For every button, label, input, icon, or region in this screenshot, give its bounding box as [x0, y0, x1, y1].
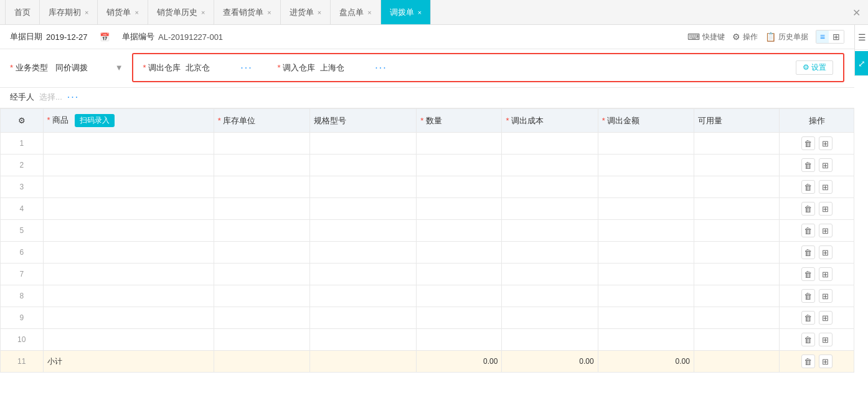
cell-product[interactable] [43, 329, 214, 351]
copy-icon-subtotal[interactable]: ⊞ [819, 355, 833, 368]
cell-available[interactable] [694, 220, 779, 242]
copy-icon[interactable]: ⊞ [819, 289, 833, 303]
tab-view-sales-close[interactable]: × [267, 9, 271, 16]
delete-icon[interactable]: 🗑 [801, 333, 815, 346]
cell-unit[interactable] [214, 264, 309, 285]
operator-placeholder[interactable]: 选择... [39, 92, 62, 103]
cell-unit[interactable] [214, 133, 309, 155]
cell-product[interactable] [43, 242, 214, 264]
cell-unit[interactable] [214, 155, 309, 176]
copy-icon[interactable]: ⊞ [819, 311, 833, 325]
view-grid-btn[interactable]: ⊞ [829, 31, 844, 43]
delete-icon[interactable]: 🗑 [801, 267, 815, 281]
cell-product[interactable] [43, 176, 214, 198]
tab-inventory-init-close[interactable]: × [85, 9, 88, 16]
cell-spec[interactable] [309, 155, 416, 176]
cell-qty[interactable] [417, 242, 502, 264]
delete-icon[interactable]: 🗑 [801, 289, 815, 303]
cell-unit[interactable] [214, 242, 309, 264]
scan-button[interactable]: 扫码录入 [75, 114, 115, 127]
delete-icon[interactable]: 🗑 [801, 224, 815, 237]
doc-date-value[interactable]: 2019-12-27 [46, 32, 96, 42]
cell-amount[interactable] [598, 198, 694, 220]
cell-unit[interactable] [214, 176, 309, 198]
tab-inventory-check-close[interactable]: × [367, 9, 371, 16]
cell-amount[interactable] [598, 155, 694, 176]
tab-transfer[interactable]: 调拨单 × [381, 0, 431, 24]
cell-cost[interactable] [502, 155, 598, 176]
tab-sales-history[interactable]: 销货单历史 × [148, 0, 214, 24]
cell-product[interactable] [43, 220, 214, 242]
delete-icon[interactable]: 🗑 [801, 180, 815, 194]
sidebar-list-icon[interactable]: ☰ [855, 25, 868, 50]
tab-purchase-close[interactable]: × [318, 9, 321, 16]
cell-spec[interactable] [309, 264, 416, 285]
delete-icon[interactable]: 🗑 [801, 245, 815, 259]
copy-icon[interactable]: ⊞ [819, 267, 833, 281]
transfer-out-value[interactable]: 北京仓 [186, 62, 235, 74]
business-type-value[interactable]: 同价调拨 [55, 62, 105, 74]
tab-inventory-check[interactable]: 盘点单 × [331, 0, 380, 24]
cell-unit[interactable] [214, 329, 309, 351]
cell-amount[interactable] [598, 285, 694, 307]
cell-spec[interactable] [309, 242, 416, 264]
cell-qty[interactable] [417, 307, 502, 329]
cell-qty[interactable] [417, 133, 502, 155]
copy-icon[interactable]: ⊞ [819, 136, 833, 150]
delete-icon[interactable]: 🗑 [801, 311, 815, 325]
cell-amount[interactable] [598, 133, 694, 155]
cell-qty[interactable] [417, 329, 502, 351]
cell-cost[interactable] [502, 285, 598, 307]
settings-button[interactable]: ⚙ 设置 [796, 60, 833, 75]
cell-available[interactable] [694, 155, 779, 176]
cell-spec[interactable] [309, 220, 416, 242]
cell-spec[interactable] [309, 198, 416, 220]
copy-icon[interactable]: ⊞ [819, 158, 833, 172]
cell-amount[interactable] [598, 220, 694, 242]
cell-amount[interactable] [598, 307, 694, 329]
cell-amount[interactable] [598, 264, 694, 285]
cell-available[interactable] [694, 285, 779, 307]
cell-unit[interactable] [214, 220, 309, 242]
cell-unit[interactable] [214, 198, 309, 220]
delete-icon[interactable]: 🗑 [801, 158, 815, 172]
copy-icon[interactable]: ⊞ [819, 333, 833, 346]
history-btn[interactable]: 📋 历史单据 [765, 32, 808, 42]
cell-spec[interactable] [309, 285, 416, 307]
operations-btn[interactable]: ⚙ 操作 [732, 32, 758, 42]
copy-icon[interactable]: ⊞ [819, 180, 833, 194]
cell-cost[interactable] [502, 198, 598, 220]
operator-more-icon[interactable]: ··· [67, 92, 79, 103]
cell-cost[interactable] [502, 242, 598, 264]
cell-spec[interactable] [309, 133, 416, 155]
cell-amount[interactable] [598, 329, 694, 351]
tab-sales-history-close[interactable]: × [201, 9, 205, 16]
window-close-button[interactable]: ✕ [852, 6, 861, 18]
cell-qty[interactable] [417, 220, 502, 242]
cell-product[interactable] [43, 198, 214, 220]
tab-sales-order[interactable]: 销货单 × [98, 0, 148, 24]
cell-product[interactable] [43, 285, 214, 307]
cell-spec[interactable] [309, 307, 416, 329]
cell-product[interactable] [43, 155, 214, 176]
cell-spec[interactable] [309, 176, 416, 198]
cell-cost[interactable] [502, 176, 598, 198]
cell-cost[interactable] [502, 329, 598, 351]
calendar-icon[interactable]: 📅 [100, 32, 110, 42]
shortcut-btn[interactable]: ⌨ 快捷键 [687, 32, 725, 42]
tab-sales-order-close[interactable]: × [134, 9, 138, 16]
cell-qty[interactable] [417, 176, 502, 198]
transfer-out-more-icon[interactable]: ··· [240, 62, 252, 74]
tab-view-sales[interactable]: 查看销货单 × [214, 0, 280, 24]
cell-cost[interactable] [502, 264, 598, 285]
copy-icon[interactable]: ⊞ [819, 245, 833, 259]
business-type-dropdown[interactable]: ▼ [113, 63, 126, 72]
sidebar-expand-icon[interactable]: ⤢ [855, 51, 868, 76]
cell-qty[interactable] [417, 198, 502, 220]
cell-cost[interactable] [502, 133, 598, 155]
copy-icon[interactable]: ⊞ [819, 202, 833, 216]
cell-available[interactable] [694, 198, 779, 220]
tab-transfer-close[interactable]: × [418, 9, 422, 16]
cell-product[interactable] [43, 264, 214, 285]
cell-unit[interactable] [214, 285, 309, 307]
